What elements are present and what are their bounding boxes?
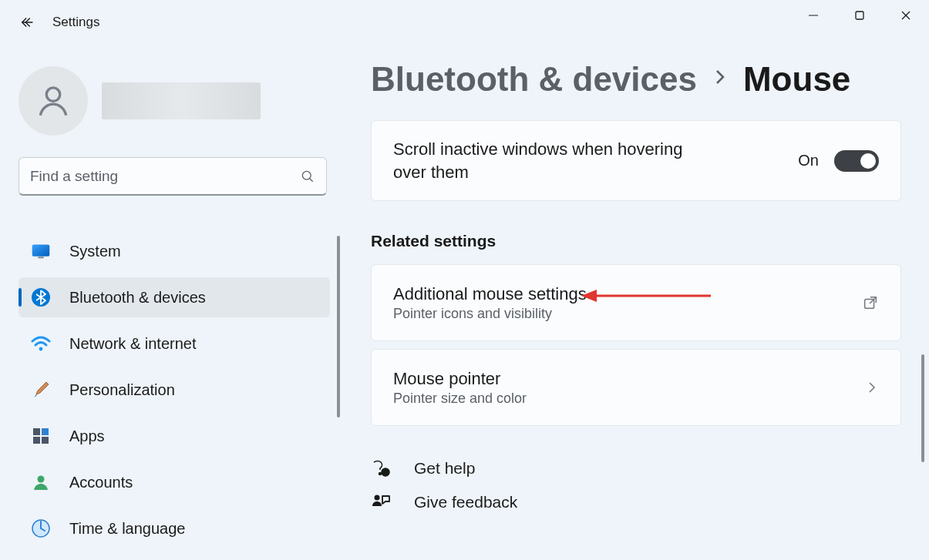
- svg-point-16: [38, 476, 45, 483]
- sidebar-item-bluetooth-devices[interactable]: Bluetooth & devices: [19, 277, 330, 317]
- sidebar-item-time-language[interactable]: Time & language: [19, 508, 330, 548]
- link-title: Additional mouse settings: [393, 284, 862, 304]
- nav-label: Accounts: [69, 474, 133, 491]
- open-external-icon: [862, 294, 879, 311]
- link-additional-mouse-settings[interactable]: Additional mouse settings Pointer icons …: [371, 264, 901, 341]
- close-button[interactable]: [883, 0, 929, 31]
- svg-rect-12: [33, 428, 40, 435]
- setting-scroll-inactive: Scroll inactive windows when hovering ov…: [371, 120, 901, 201]
- sidebar-item-apps[interactable]: Apps: [19, 416, 330, 456]
- clock-globe-icon: [31, 518, 51, 538]
- profile-name-redacted: [102, 82, 261, 119]
- footer-links: ? Get help Give feedback: [371, 458, 901, 512]
- link-label: Get help: [414, 459, 475, 478]
- nav-label: System: [69, 243, 121, 260]
- get-help-link[interactable]: ? Get help: [371, 458, 901, 478]
- nav-label: Network & internet: [69, 335, 197, 353]
- nav-label: Time & language: [69, 520, 185, 538]
- link-title: Mouse pointer: [393, 369, 865, 389]
- svg-rect-15: [42, 437, 49, 444]
- breadcrumb-parent[interactable]: Bluetooth & devices: [371, 60, 697, 99]
- close-icon: [900, 10, 911, 21]
- apps-icon: [31, 426, 51, 446]
- maximize-button[interactable]: [836, 0, 883, 31]
- link-subtitle: Pointer size and color: [393, 391, 865, 407]
- search-icon: [300, 169, 315, 184]
- paintbrush-icon: [31, 380, 51, 400]
- nav-label: Bluetooth & devices: [69, 289, 206, 307]
- link-label: Give feedback: [414, 493, 517, 511]
- svg-line-6: [310, 178, 313, 181]
- svg-point-4: [46, 88, 60, 102]
- sidebar: System Bluetooth & devices Network & int…: [0, 45, 343, 560]
- app-title: Settings: [52, 15, 99, 30]
- toggle-state-label: On: [798, 152, 819, 169]
- sidebar-item-accounts[interactable]: Accounts: [19, 462, 330, 502]
- give-feedback-link[interactable]: Give feedback: [371, 492, 901, 512]
- svg-point-24: [375, 495, 380, 501]
- system-icon: [31, 241, 51, 261]
- svg-point-5: [302, 171, 311, 179]
- search-input[interactable]: [30, 168, 300, 185]
- feedback-icon: [371, 492, 391, 512]
- sidebar-scrollbar[interactable]: [337, 236, 340, 417]
- breadcrumb-current: Mouse: [743, 60, 850, 99]
- svg-text:?: ?: [384, 470, 387, 475]
- back-button[interactable]: [11, 5, 45, 39]
- sidebar-item-personalization[interactable]: Personalization: [19, 370, 330, 410]
- maximize-icon: [854, 10, 865, 21]
- search-box[interactable]: [19, 157, 327, 196]
- svg-point-11: [39, 347, 43, 351]
- nav-label: Personalization: [69, 381, 175, 399]
- breadcrumb: Bluetooth & devices Mouse: [371, 60, 901, 99]
- nav-list: System Bluetooth & devices Network & int…: [19, 231, 328, 548]
- sidebar-item-system[interactable]: System: [19, 231, 330, 271]
- avatar: [19, 66, 88, 136]
- wifi-icon: [31, 334, 51, 354]
- help-icon: ?: [371, 458, 391, 478]
- link-subtitle: Pointer icons and visibility: [393, 306, 862, 322]
- related-settings-heading: Related settings: [371, 232, 901, 250]
- accounts-icon: [31, 472, 51, 492]
- svg-rect-1: [856, 12, 863, 19]
- toggle-scroll-inactive[interactable]: [834, 150, 879, 172]
- sidebar-item-network[interactable]: Network & internet: [19, 324, 330, 364]
- svg-rect-9: [38, 257, 43, 258]
- profile-block[interactable]: [19, 66, 328, 136]
- svg-rect-8: [32, 245, 49, 257]
- chevron-right-icon: [865, 381, 879, 394]
- window-controls: [790, 0, 929, 31]
- main-content: Bluetooth & devices Mouse Scroll inactiv…: [343, 45, 929, 560]
- content-scrollbar[interactable]: [921, 354, 924, 462]
- nav-label: Apps: [69, 428, 105, 445]
- svg-rect-14: [33, 437, 40, 444]
- svg-rect-13: [42, 428, 49, 435]
- link-mouse-pointer[interactable]: Mouse pointer Pointer size and color: [371, 349, 901, 426]
- minimize-button[interactable]: [790, 0, 836, 31]
- person-icon: [34, 82, 72, 120]
- chevron-right-icon: [714, 67, 726, 92]
- minimize-icon: [808, 10, 819, 21]
- bluetooth-icon: [31, 287, 51, 307]
- svg-point-21: [379, 473, 382, 475]
- setting-title: Scroll inactive windows when hovering ov…: [393, 138, 717, 183]
